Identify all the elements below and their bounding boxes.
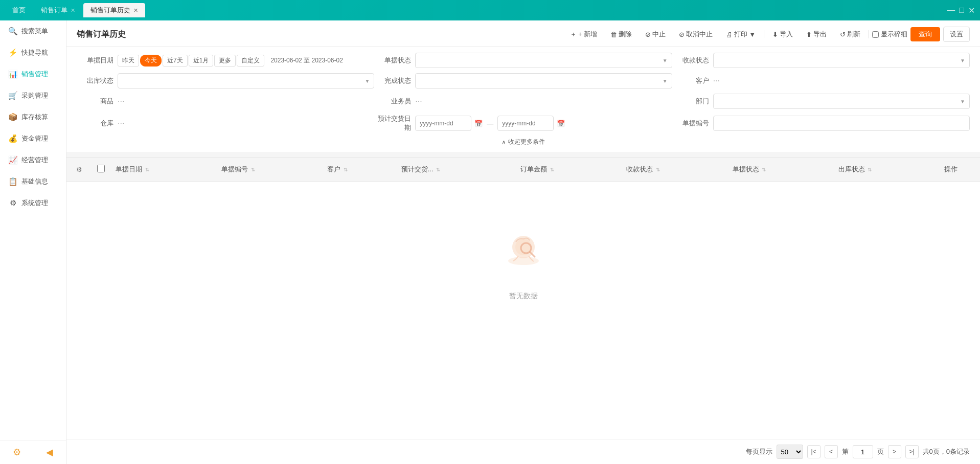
page-number-input[interactable] bbox=[853, 445, 873, 458]
date-btn-1month[interactable]: 近1月 bbox=[189, 55, 214, 67]
table-footer: 每页显示 50 20 100 |< < 第 页 > >| 共0页，0条记录 bbox=[66, 439, 980, 464]
import-icon: ⬇ bbox=[772, 31, 778, 38]
sidebar-item-search-menu[interactable]: 🔍 搜索菜单 bbox=[0, 20, 66, 42]
order-no-input[interactable] bbox=[713, 116, 970, 131]
show-cols-checkbox[interactable] bbox=[872, 31, 879, 38]
sidebar: 🔍 搜索菜单 ⚡ 快捷导航 📊 销售管理 🛒 采购管理 📦 库存核算 💰 资金管… bbox=[0, 20, 66, 464]
sidebar-item-purchase-mgmt[interactable]: 🛒 采购管理 bbox=[0, 85, 66, 106]
date-btn-custom[interactable]: 自定义 bbox=[237, 55, 264, 67]
sidebar-item-inventory-label: 库存核算 bbox=[21, 113, 48, 122]
col-delivery-status-sort-icon[interactable]: ⇅ bbox=[868, 167, 872, 172]
table-head: ⚙ 单据日期 ⇅ 单据编号 ⇅ bbox=[66, 158, 980, 182]
sidebar-item-operations[interactable]: 📈 经营管理 bbox=[0, 149, 66, 171]
delivery-date-end-input[interactable] bbox=[497, 116, 554, 131]
filter-area: 单据日期 昨天 今天 近7天 近1月 更多 自定义 2023-06-02 至 2… bbox=[66, 47, 980, 153]
new-button[interactable]: ＋ + 新增 bbox=[565, 27, 602, 41]
payment-status-select[interactable]: ▼ bbox=[713, 53, 970, 68]
salesperson-dots[interactable]: ··· bbox=[415, 97, 422, 106]
col-date-sort-icon[interactable]: ⇅ bbox=[145, 167, 149, 172]
export-button[interactable]: ⬆ 导出 bbox=[801, 27, 832, 41]
date-btn-7days[interactable]: 近7天 bbox=[163, 55, 188, 67]
tab-home[interactable]: 首页 bbox=[5, 3, 33, 17]
table-checkbox-header bbox=[92, 158, 110, 182]
first-page-button[interactable]: |< bbox=[807, 445, 821, 458]
refresh-button[interactable]: ↺ 刷新 bbox=[835, 27, 865, 41]
date-filter-control: 昨天 今天 近7天 近1月 更多 自定义 2023-06-02 至 2023-0… bbox=[118, 55, 374, 67]
sidebar-bottom: ⚙ ◀ bbox=[0, 440, 66, 464]
collapse-button[interactable]: ∧ 收起更多条件 bbox=[502, 138, 545, 146]
cancel-stop-button[interactable]: ⊘ 取消中止 bbox=[674, 27, 718, 41]
sidebar-item-sales-mgmt[interactable]: 📊 销售管理 bbox=[0, 63, 66, 85]
department-select[interactable]: ▼ bbox=[713, 94, 970, 109]
date-btn-yesterday[interactable]: 昨天 bbox=[118, 55, 139, 67]
last-page-button[interactable]: >| bbox=[905, 445, 919, 458]
table-settings-button[interactable]: ⚙ bbox=[72, 162, 87, 177]
delivery-date-start-input[interactable] bbox=[415, 116, 471, 131]
tab-sales-history-label: 销售订单历史 bbox=[90, 6, 130, 15]
completion-status-select[interactable]: ▼ bbox=[415, 73, 672, 89]
toolbar-divider-2 bbox=[869, 30, 869, 38]
refresh-label: 刷新 bbox=[847, 30, 860, 39]
col-amount-sort-icon[interactable]: ⇅ bbox=[550, 167, 554, 172]
maximize-button[interactable]: □ bbox=[959, 6, 964, 15]
prev-page-button[interactable]: < bbox=[825, 445, 838, 458]
sidebar-item-basic-info[interactable]: 📋 基础信息 bbox=[0, 171, 66, 192]
date-btn-today[interactable]: 今天 bbox=[140, 55, 162, 67]
completion-status-arrow-icon: ▼ bbox=[663, 78, 668, 84]
warehouse-filter-control: ··· bbox=[118, 119, 374, 128]
sidebar-item-quick-nav[interactable]: ⚡ 快捷导航 bbox=[0, 42, 66, 63]
calendar-end-icon[interactable]: 📅 bbox=[557, 120, 565, 127]
import-label: 导入 bbox=[780, 30, 793, 39]
show-cols-toggle[interactable]: 显示碎细 bbox=[872, 30, 907, 39]
tab-sales-order-close[interactable]: ✕ bbox=[71, 7, 75, 14]
col-no: 单据编号 ⇅ bbox=[216, 158, 322, 182]
tab-sales-history-close[interactable]: ✕ bbox=[133, 7, 138, 14]
page-size-select[interactable]: 50 20 100 bbox=[777, 445, 803, 459]
col-order-status-sort-icon[interactable]: ⇅ bbox=[762, 167, 766, 172]
col-payment-status-sort-icon[interactable]: ⇅ bbox=[656, 167, 660, 172]
delivery-status-arrow-icon: ▼ bbox=[364, 78, 370, 84]
warehouse-dots[interactable]: ··· bbox=[118, 119, 124, 128]
close-window-button[interactable]: ✕ bbox=[968, 6, 975, 15]
toolbar-divider-1 bbox=[764, 30, 764, 38]
delete-button[interactable]: 🗑 删除 bbox=[605, 27, 637, 41]
new-icon: ＋ bbox=[570, 30, 577, 39]
tab-sales-history[interactable]: 销售订单历史 ✕ bbox=[83, 3, 145, 17]
customer-dots[interactable]: ··· bbox=[713, 76, 720, 85]
minimize-button[interactable]: — bbox=[947, 6, 955, 15]
date-filter-label: 单据日期 bbox=[77, 56, 118, 65]
settings-button[interactable]: 设置 bbox=[943, 27, 970, 42]
payment-status-arrow-icon: ▼ bbox=[960, 58, 965, 63]
col-expected-delivery-sort-icon[interactable]: ⇅ bbox=[436, 167, 440, 172]
sidebar-item-inventory[interactable]: 📦 库存核算 bbox=[0, 106, 66, 128]
goods-filter-label: 商品 bbox=[77, 97, 118, 106]
col-expected-delivery: 预计交货... ⇅ bbox=[396, 158, 515, 182]
tab-sales-order[interactable]: 销售订单 ✕ bbox=[34, 3, 82, 17]
order-status-select[interactable]: ▼ bbox=[415, 53, 672, 68]
filter-row-2: 出库状态 ▼ 完成状态 ▼ 客户 ··· bbox=[77, 73, 970, 89]
query-button[interactable]: 查询 bbox=[910, 27, 940, 41]
col-customer-sort-icon[interactable]: ⇅ bbox=[344, 167, 348, 172]
new-label: + 新增 bbox=[578, 30, 597, 39]
sidebar-settings-button[interactable]: ⚙ bbox=[9, 445, 25, 460]
col-payment-status-label: 收款状态 bbox=[626, 165, 653, 173]
import-button[interactable]: ⬇ 导入 bbox=[767, 27, 798, 41]
goods-dots[interactable]: ··· bbox=[118, 97, 124, 106]
calendar-start-icon[interactable]: 📅 bbox=[474, 120, 483, 127]
col-delivery-status-label: 出库状态 bbox=[838, 165, 865, 173]
sidebar-item-system-mgmt[interactable]: ⚙ 系统管理 bbox=[0, 192, 66, 214]
select-all-checkbox[interactable] bbox=[97, 165, 105, 172]
date-btn-more[interactable]: 更多 bbox=[214, 55, 236, 67]
print-button[interactable]: 🖨 打印 ▼ bbox=[721, 27, 761, 41]
col-no-sort-icon[interactable]: ⇅ bbox=[251, 167, 255, 172]
delivery-status-select[interactable]: ▼ bbox=[118, 73, 374, 89]
stop-button[interactable]: ⊘ 中止 bbox=[640, 27, 671, 41]
sidebar-collapse-button[interactable]: ◀ bbox=[42, 445, 57, 460]
warehouse-filter-label: 仓库 bbox=[77, 119, 118, 128]
filter-row-4: 仓库 ··· 预计交货日期 📅 — 📅 单据编号 bbox=[77, 114, 970, 132]
empty-icon bbox=[498, 223, 549, 283]
sidebar-item-finance[interactable]: 💰 资金管理 bbox=[0, 128, 66, 149]
next-page-button[interactable]: > bbox=[888, 445, 901, 458]
search-menu-icon: 🔍 bbox=[8, 27, 17, 36]
col-order-status: 单据状态 ⇅ bbox=[727, 158, 833, 182]
